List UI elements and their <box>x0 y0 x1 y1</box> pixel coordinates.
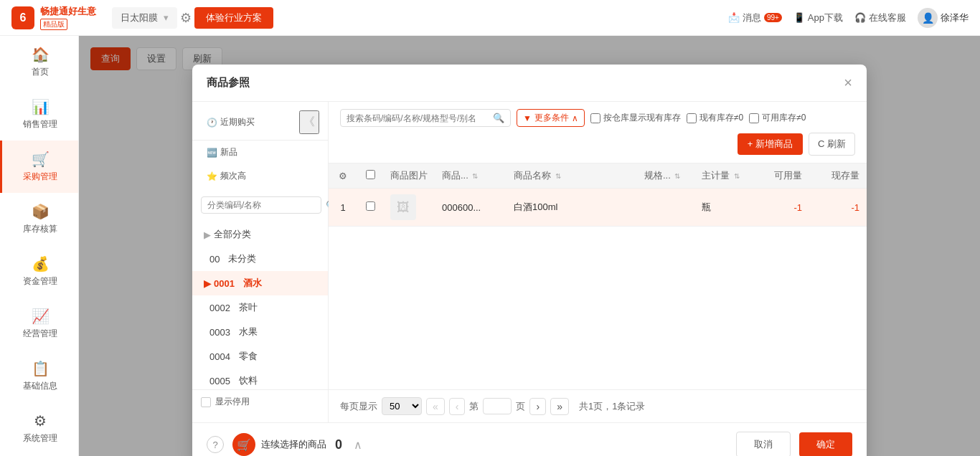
row-available: -1 <box>752 189 809 227</box>
modal-left-frequent: ⭐ 频次高 <box>192 167 328 191</box>
online-service-button[interactable]: 🎧 在线客服 <box>854 11 906 24</box>
home-icon: 🏠 <box>32 46 50 63</box>
row-check[interactable] <box>357 189 383 227</box>
col-header-spec[interactable]: 规格... ⇅ <box>637 163 694 189</box>
category-item-all[interactable]: ▶ 全部分类 <box>192 222 328 247</box>
page-number-input[interactable]: 1 <box>483 398 512 414</box>
nav-item-solar[interactable]: 日太阳膜 ▾ <box>112 7 177 29</box>
clock-icon: 🕐 <box>207 118 217 128</box>
col-header-stock[interactable]: 现存量 <box>809 163 867 189</box>
left-panel-collapse-button[interactable]: 《 <box>299 110 319 134</box>
product-search-input[interactable] <box>347 113 490 123</box>
cancel-button[interactable]: 取消 <box>736 432 791 456</box>
messages-button[interactable]: 📩 消息 99+ <box>728 11 782 24</box>
sidebar-item-basic-info[interactable]: 📋 基础信息 <box>0 350 78 402</box>
confirm-button[interactable]: 确定 <box>799 432 852 456</box>
row-checkbox[interactable] <box>366 201 375 211</box>
prev-page-button[interactable]: ‹ <box>449 398 466 415</box>
row-name: 白酒100ml <box>507 189 637 227</box>
sidebar-item-operations[interactable]: 📈 经营管理 <box>0 298 78 350</box>
app-download-button[interactable]: 📱 App下载 <box>793 11 843 24</box>
header-actions: 📩 消息 99+ 📱 App下载 🎧 在线客服 👤 徐泽华 <box>728 8 969 28</box>
logo-icon: 6 <box>11 6 34 29</box>
sidebar-item-system[interactable]: ⚙ 系统管理 <box>0 402 78 455</box>
product-search-icon[interactable]: 🔍 <box>493 113 504 123</box>
per-page-select[interactable]: 50 10 20 100 <box>382 397 422 415</box>
cart-summary: 🛒 连续选择的商品 0 <box>232 433 345 456</box>
modal-left-top: 🕐 近期购买 《 <box>192 110 328 141</box>
new-product-filter-button[interactable]: 🆕 新品 <box>201 143 243 161</box>
show-disabled-checkbox[interactable] <box>201 397 211 407</box>
frequent-filter-button[interactable]: ⭐ 频次高 <box>201 167 252 185</box>
show-disabled-toggle[interactable]: 显示停用 <box>201 396 319 408</box>
add-product-button[interactable]: + 新增商品 <box>738 133 803 155</box>
sidebar-item-inventory[interactable]: 📦 库存核算 <box>0 193 78 245</box>
first-page-button[interactable]: « <box>426 398 445 415</box>
available-filter-toggle[interactable]: 现有库存≠0 <box>687 112 743 124</box>
sidebar-label-inventory: 库存核算 <box>23 223 57 235</box>
trial-button[interactable]: 体验行业方案 <box>194 7 273 29</box>
col-header-name[interactable]: 商品名称 ⇅ <box>507 163 637 189</box>
sidebar: 🏠 首页 📊 销售管理 🛒 采购管理 📦 库存核算 💰 资金管理 📈 经营管理 … <box>0 36 79 456</box>
cart-label: 连续选择的商品 <box>261 438 326 451</box>
col-header-settings[interactable]: ⚙ <box>329 163 357 189</box>
help-button[interactable]: ? <box>207 436 224 453</box>
select-all-checkbox[interactable] <box>366 170 375 179</box>
category-list: ▶ 全部分类 00 未分类 ▶ 0001 酒水 <box>192 219 328 389</box>
settings-icon[interactable]: ⚙ <box>180 10 192 26</box>
usable-filter-checkbox[interactable] <box>749 113 759 123</box>
category-search-input[interactable] <box>201 196 321 214</box>
category-arrow-active: ▶ <box>204 278 211 289</box>
category-item-liquor[interactable]: ▶ 0001 酒水 <box>192 271 328 295</box>
sidebar-item-home[interactable]: 🏠 首页 <box>0 36 78 88</box>
usable-filter-toggle[interactable]: 可用库存≠0 <box>749 112 806 124</box>
headset-icon: 🎧 <box>854 12 866 23</box>
warehouse-filter-checkbox[interactable] <box>590 113 600 123</box>
col-header-unit[interactable]: 主计量 ⇅ <box>694 163 752 189</box>
recent-purchase-button[interactable]: 🕐 近期购买 <box>201 110 260 134</box>
user-avatar[interactable]: 👤 徐泽华 <box>918 8 969 28</box>
sort-name-icon: ⇅ <box>555 172 561 180</box>
new-icon: 🆕 <box>207 148 217 158</box>
refresh-button[interactable]: C 刷新 <box>809 133 855 156</box>
table-row[interactable]: 1 🖼 000600... 白酒100ml <box>329 189 867 227</box>
row-unit: 瓶 <box>694 189 752 227</box>
app-icon: 📱 <box>793 12 805 23</box>
col-header-available[interactable]: 可用量 <box>752 163 809 189</box>
modal-body: 🕐 近期购买 《 🆕 新品 <box>192 102 867 422</box>
more-filters-button[interactable]: ▼ 更多条件 ∧ <box>517 109 585 127</box>
table-header-row: ⚙ 商品图片 商品... <box>329 163 867 189</box>
sidebar-label-basic: 基础信息 <box>23 380 57 392</box>
pagination-bar: 每页显示 50 10 20 100 « ‹ 第 1 页 <box>329 389 867 422</box>
modal-left-quick-filters: 🆕 新品 <box>192 141 328 167</box>
inventory-icon: 📦 <box>32 203 50 220</box>
sales-icon: 📊 <box>32 98 50 115</box>
modal-left-panel: 🕐 近期购买 《 🆕 新品 <box>192 102 329 422</box>
category-item-tea[interactable]: 0002 茶叶 <box>192 295 328 320</box>
modal-close-button[interactable]: × <box>844 75 852 91</box>
row-spec <box>637 189 694 227</box>
category-search-row: 🔍 <box>192 191 328 219</box>
available-filter-checkbox[interactable] <box>687 113 697 123</box>
warehouse-filter-toggle[interactable]: 按仓库显示现有库存 <box>590 112 681 124</box>
top-header: 6 畅捷通好生意 精品版 日太阳膜 ▾ ⚙ 体验行业方案 📩 消息 99+ 📱 … <box>0 0 980 36</box>
category-item-fruit[interactable]: 0003 水果 <box>192 320 328 344</box>
category-item-snack[interactable]: 0004 零食 <box>192 344 328 369</box>
next-page-button[interactable]: › <box>529 398 546 415</box>
modal-backdrop: 商品参照 × 🕐 近期购买 《 <box>79 36 980 456</box>
sidebar-item-finance[interactable]: 💰 资金管理 <box>0 245 78 298</box>
last-page-button[interactable]: » <box>550 398 569 415</box>
filter-up-icon: ∧ <box>572 113 578 123</box>
sidebar-label-sales: 销售管理 <box>23 118 57 130</box>
sort-spec-icon: ⇅ <box>674 172 680 180</box>
sidebar-item-sales[interactable]: 📊 销售管理 <box>0 88 78 141</box>
footer-collapse-button[interactable]: ∧ <box>354 438 362 452</box>
modal-header: 商品参照 × <box>192 65 867 102</box>
col-header-check[interactable] <box>357 163 383 189</box>
col-header-code[interactable]: 商品... ⇅ <box>435 163 507 189</box>
category-item-beverage[interactable]: 0005 饮料 <box>192 369 328 389</box>
category-item-uncategorized[interactable]: 00 未分类 <box>192 247 328 271</box>
sidebar-label-purchase: 采购管理 <box>23 171 57 183</box>
row-image: 🖼 <box>383 189 435 227</box>
sidebar-item-purchase[interactable]: 🛒 采购管理 <box>0 141 78 193</box>
